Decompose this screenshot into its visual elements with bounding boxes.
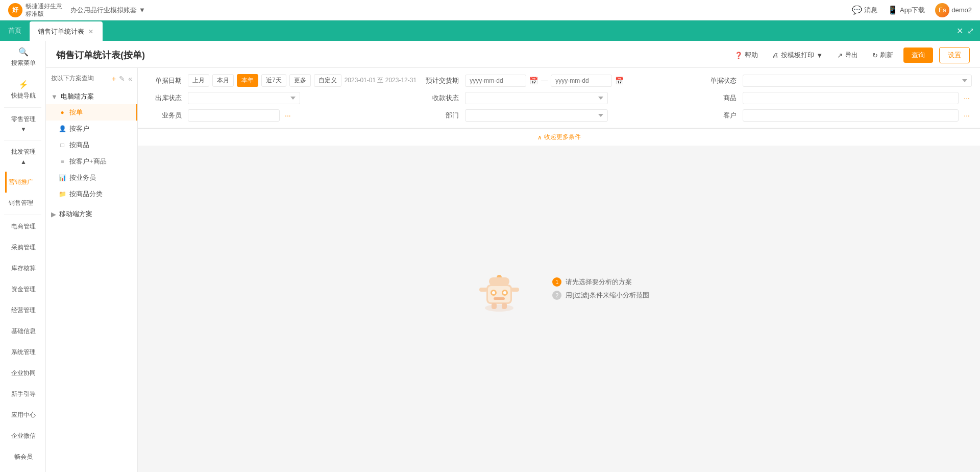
by-order-label: 按单 bbox=[69, 108, 83, 117]
sidebar-item-vip[interactable]: 畅会员 bbox=[0, 446, 45, 467]
sidebar-item-wholesale[interactable]: 批发管理 ▲ bbox=[0, 141, 45, 172]
hint-text-1: 请先选择要分析的方案 bbox=[566, 277, 632, 287]
sidebar-item-system[interactable]: 系统管理 bbox=[0, 342, 45, 363]
salesperson-ellipsis[interactable]: ··· bbox=[283, 111, 293, 120]
tab-home[interactable]: 首页 bbox=[0, 20, 30, 41]
sidebar-item-finance[interactable]: 资金管理 bbox=[0, 279, 45, 300]
svg-point-0 bbox=[485, 304, 513, 312]
sidebar-item-basic-info[interactable]: 基础信息 bbox=[0, 321, 45, 342]
empty-hint-2: 2 用[过滤]条件来缩小分析范围 bbox=[552, 291, 649, 300]
export-button[interactable]: ↗ 导出 bbox=[833, 49, 862, 62]
sidebar-item-app-center[interactable]: 应用中心 bbox=[0, 405, 45, 426]
pc-section-header[interactable]: ▼ 电脑端方案 bbox=[46, 89, 137, 104]
by-order-icon: ● bbox=[58, 108, 66, 116]
search-button[interactable]: 查询 bbox=[903, 48, 933, 63]
tab-close-window-icon[interactable]: ✕ bbox=[957, 26, 963, 36]
expected-delivery-label: 预计交货期 bbox=[423, 76, 459, 85]
top-nav-item[interactable]: 办公用品行业模拟账套 ▼ bbox=[66, 4, 150, 17]
calendar-icon-end[interactable]: 📅 bbox=[615, 77, 624, 85]
customer-input[interactable] bbox=[743, 109, 959, 122]
help-button[interactable]: ❓ 帮助 bbox=[730, 49, 762, 62]
refresh-button[interactable]: ↻ 刷新 bbox=[868, 49, 897, 62]
salesperson-input[interactable] bbox=[188, 109, 280, 122]
wholesale-label: 批发管理 bbox=[11, 148, 36, 156]
ecommerce-label: 电商管理 bbox=[11, 222, 36, 231]
wholesale-submenu: 营销推广 销售管理 bbox=[0, 172, 45, 214]
date-btn-custom[interactable]: 自定义 bbox=[314, 74, 341, 87]
calendar-icon-start[interactable]: 📅 bbox=[529, 77, 538, 85]
add-solution-icon[interactable]: + bbox=[112, 75, 116, 83]
solution-item-by-category[interactable]: 📁 按商品分类 bbox=[46, 186, 137, 202]
solution-item-by-customer[interactable]: 👤 按客户 bbox=[46, 121, 137, 137]
delivery-status-control bbox=[188, 92, 417, 104]
sidebar-item-inventory[interactable]: 库存核算 bbox=[0, 258, 45, 279]
edit-solution-icon[interactable]: ✎ bbox=[119, 75, 125, 83]
sidebar-item-enterprise[interactable]: 企业协同 bbox=[0, 363, 45, 384]
expected-end-date[interactable] bbox=[551, 75, 612, 87]
sidebar-item-sales-mgmt[interactable]: 销售管理 bbox=[5, 193, 45, 214]
sidebar-item-search[interactable]: 🔍 搜索菜单 bbox=[0, 41, 45, 74]
retail-arrow: ▼ bbox=[20, 126, 27, 133]
top-nav-arrow: ▼ bbox=[139, 6, 145, 14]
wholesale-arrow: ▲ bbox=[20, 158, 27, 166]
print-button[interactable]: 🖨 按模板打印 ▼ bbox=[768, 49, 827, 62]
empty-state: 1 请先选择要分析的方案 2 用[过滤]条件来缩小分析范围 bbox=[138, 146, 980, 472]
solution-item-by-order[interactable]: ● 按单 bbox=[46, 104, 137, 121]
department-select[interactable] bbox=[465, 109, 608, 122]
date-btn-this-year[interactable]: 本年 bbox=[237, 74, 258, 87]
mobile-section-header[interactable]: ▶ 移动端方案 bbox=[46, 206, 137, 222]
tab-close-icon[interactable]: ✕ bbox=[87, 28, 94, 35]
help-icon: ❓ bbox=[734, 52, 743, 59]
inventory-label: 库存核算 bbox=[11, 264, 36, 273]
date-btn-this-month[interactable]: 本月 bbox=[212, 74, 234, 87]
sidebar-item-quick-nav[interactable]: ⚡ 快捷导航 bbox=[0, 74, 45, 106]
svg-rect-11 bbox=[479, 288, 487, 292]
solution-item-by-product[interactable]: □ 按商品 bbox=[46, 137, 137, 153]
sidebar-item-retail[interactable]: 零售管理 ▼ bbox=[0, 109, 45, 139]
tab-expand-icon[interactable]: ⤢ bbox=[967, 26, 974, 36]
collection-status-label: 收款状态 bbox=[423, 93, 459, 103]
page-header: 销售订单统计表(按单) ❓ 帮助 🖨 按模板打印 ▼ ↗ 导出 ↻ 刷新 bbox=[46, 41, 980, 68]
solution-item-by-customer-product[interactable]: ≡ 按客户+商品 bbox=[46, 153, 137, 170]
delivery-status-label: 出库状态 bbox=[146, 93, 182, 103]
svg-rect-10 bbox=[489, 277, 509, 286]
user-profile[interactable]: Ea demo2 bbox=[935, 3, 972, 17]
pc-section-label: 电脑端方案 bbox=[61, 92, 94, 101]
sidebar-item-wechat[interactable]: 企业微信 bbox=[0, 426, 45, 446]
top-bar-left: 好 畅捷通好生意 标准版 办公用品行业模拟账套 ▼ bbox=[8, 3, 150, 17]
app-download-button[interactable]: 📱 App下载 bbox=[888, 5, 925, 15]
product-input[interactable] bbox=[743, 92, 959, 104]
delivery-status-select[interactable] bbox=[188, 92, 300, 104]
solution-item-by-salesperson[interactable]: 📊 按业务员 bbox=[46, 170, 137, 186]
sidebar-item-ecommerce[interactable]: 电商管理 bbox=[0, 216, 45, 237]
sidebar-item-new-guide[interactable]: 新手引导 bbox=[0, 384, 45, 405]
settings-button[interactable]: 设置 bbox=[939, 47, 970, 63]
by-sales-icon: 📊 bbox=[58, 174, 66, 182]
collapse-more-button[interactable]: ∧ 收起更多条件 bbox=[138, 128, 980, 146]
order-status-select[interactable] bbox=[743, 75, 972, 87]
date-btn-more[interactable]: 更多 bbox=[289, 74, 311, 87]
svg-rect-7 bbox=[494, 297, 505, 300]
empty-hint-1: 1 请先选择要分析的方案 bbox=[552, 277, 649, 287]
date-btn-last-month[interactable]: 上月 bbox=[188, 74, 209, 87]
collection-status-select[interactable] bbox=[465, 92, 608, 104]
message-button[interactable]: 💬 消息 bbox=[852, 5, 877, 15]
sidebar-item-marketing[interactable]: 营销推广 bbox=[5, 172, 45, 193]
tab-sales-order-stats[interactable]: 销售订单统计表 ✕ bbox=[30, 21, 103, 42]
product-ellipsis[interactable]: ··· bbox=[962, 94, 972, 102]
collapse-panel-icon[interactable]: « bbox=[128, 75, 132, 83]
customer-ellipsis[interactable]: ··· bbox=[962, 111, 972, 120]
sidebar-divider-3 bbox=[4, 215, 41, 215]
date-btn-last-7[interactable]: 近7天 bbox=[261, 74, 286, 87]
sidebar-item-operations[interactable]: 经营管理 bbox=[0, 300, 45, 321]
left-panel: 按以下方案查询 + ✎ « ▼ 电脑端方案 ● 按单 bbox=[46, 68, 138, 472]
customer-label: 客户 bbox=[701, 111, 737, 120]
hint-number-2: 2 bbox=[552, 291, 561, 300]
top-bar: 好 畅捷通好生意 标准版 办公用品行业模拟账套 ▼ 💬 消息 📱 App下载 E… bbox=[0, 0, 980, 20]
collapse-icon: ∧ bbox=[537, 134, 542, 141]
expected-start-date[interactable] bbox=[465, 75, 526, 87]
operations-label: 经营管理 bbox=[11, 306, 36, 315]
vip-label: 畅会员 bbox=[14, 453, 33, 461]
sidebar-item-purchase[interactable]: 采购管理 bbox=[0, 237, 45, 258]
svg-rect-14 bbox=[502, 303, 507, 309]
